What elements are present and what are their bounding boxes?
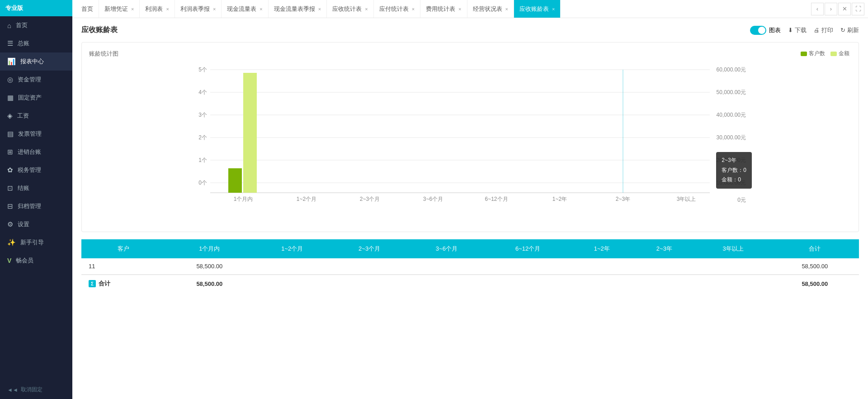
- sidebar-item-reports[interactable]: 📊 报表中心: [0, 52, 72, 71]
- tab-ar-stats-close[interactable]: ×: [365, 6, 368, 12]
- tab-bar: 首页 新增凭证 × 利润表 × 利润表季报 × 现金流量表 × 现金流量表季报 …: [72, 0, 868, 18]
- sidebar-item-label: 归档管理: [18, 202, 41, 210]
- footer-month1-2: [254, 275, 331, 292]
- chart-legend: 客户数 金额: [801, 50, 849, 57]
- sidebar-item-closing[interactable]: ⊡ 结账: [0, 179, 72, 197]
- tax-icon: ✿: [7, 166, 13, 174]
- tab-ar-aging[interactable]: 应收账龄表 ×: [514, 0, 561, 18]
- svg-text:1个月内: 1个月内: [234, 196, 253, 202]
- tab-cashflow-quarterly[interactable]: 现金流量表季报 ×: [269, 0, 327, 18]
- footer-year2-3: [633, 275, 695, 292]
- svg-text:30,000.00元: 30,000.00元: [717, 134, 746, 141]
- svg-text:0个: 0个: [198, 180, 207, 186]
- svg-text:20,000.00元: 20,000.00元: [717, 157, 746, 163]
- sidebar-item-assets[interactable]: ▦ 固定资产: [0, 89, 72, 107]
- tab-profit-label: 利润表: [145, 5, 163, 13]
- sidebar: 专业版 ⌂ 首页 ☰ 总账 📊 报表中心 ◎ 资金管理 ▦ 固定资产 ◈ 工资 …: [0, 0, 72, 399]
- tab-profit-quarterly[interactable]: 利润表季报 ×: [175, 0, 222, 18]
- svg-text:4个: 4个: [198, 89, 207, 95]
- row-year2-3: [633, 258, 695, 275]
- download-icon: ⬇: [788, 27, 793, 33]
- refresh-label: 刷新: [847, 26, 859, 34]
- chart-title: 账龄统计图: [89, 50, 851, 58]
- sidebar-item-label: 报表中心: [20, 57, 44, 66]
- page-actions: 图表 ⬇ 下载 🖨 打印 ↻ 刷新: [750, 26, 859, 35]
- tab-profit-quarterly-label: 利润表季报: [180, 5, 210, 13]
- tab-expense-stats[interactable]: 费用统计表 ×: [420, 0, 467, 18]
- download-btn[interactable]: ⬇ 下载: [788, 26, 807, 34]
- sidebar-item-funds[interactable]: ◎ 资金管理: [0, 71, 72, 89]
- sidebar-item-label: 新手引导: [20, 238, 44, 247]
- sidebar-item-label: 设置: [18, 220, 29, 228]
- archive-icon: ⊟: [7, 202, 13, 210]
- svg-text:3个: 3个: [198, 112, 207, 118]
- row-year1-2: [571, 258, 633, 275]
- tab-cashflow[interactable]: 现金流量表 ×: [222, 0, 268, 18]
- tab-ar-stats[interactable]: 应收统计表 ×: [327, 0, 373, 18]
- tab-voucher-close[interactable]: ×: [131, 6, 134, 12]
- toggle-knob[interactable]: [750, 26, 766, 35]
- svg-text:3~6个月: 3~6个月: [423, 196, 443, 202]
- tab-home-label: 首页: [81, 5, 93, 13]
- sidebar-item-label: 进销台账: [18, 148, 41, 156]
- page-content: 应收账龄表 图表 ⬇ 下载 🖨 打印 ↻: [72, 18, 868, 399]
- tab-ar-aging-close[interactable]: ×: [552, 6, 555, 12]
- tab-scroll-right[interactable]: ›: [825, 3, 837, 15]
- tab-cashflow-label: 现金流量表: [227, 5, 256, 13]
- tab-cashflow-quarterly-close[interactable]: ×: [318, 6, 321, 12]
- tab-expense-stats-close[interactable]: ×: [458, 6, 461, 12]
- tab-scroll-left[interactable]: ‹: [811, 3, 824, 15]
- footer-month2-3: [331, 275, 408, 292]
- sidebar-item-vip[interactable]: V 畅会员: [0, 252, 72, 270]
- tab-home[interactable]: 首页: [76, 0, 99, 18]
- sidebar-item-home[interactable]: ⌂ 首页: [0, 16, 72, 34]
- col-month1: 1个月内: [165, 239, 254, 258]
- tab-ap-stats[interactable]: 应付统计表 ×: [374, 0, 420, 18]
- svg-text:40,000.00元: 40,000.00元: [717, 112, 746, 118]
- tab-ar-aging-label: 应收账龄表: [519, 5, 549, 13]
- chart-toggle[interactable]: 图表: [750, 26, 781, 35]
- invoice-icon: ▤: [7, 130, 14, 138]
- sidebar-item-label: 畅会员: [16, 256, 33, 265]
- table-header-row: 客户 1个月内 1~2个月 2~3个月 3~6个月 6~12个月 1~2年 2~…: [81, 239, 859, 258]
- refresh-btn[interactable]: ↻ 刷新: [840, 26, 859, 34]
- sidebar-item-guide[interactable]: ✨ 新手引导: [0, 233, 72, 252]
- sidebar-item-salary[interactable]: ◈ 工资: [0, 107, 72, 125]
- tab-cashflow-quarterly-label: 现金流量表季报: [274, 5, 315, 13]
- sidebar-item-label: 固定资产: [18, 94, 42, 102]
- tab-ap-stats-close[interactable]: ×: [412, 6, 415, 12]
- sidebar-item-invoice[interactable]: ▤ 发票管理: [0, 125, 72, 143]
- row-month1: 58,500.00: [165, 258, 254, 275]
- svg-text:5个: 5个: [198, 66, 207, 73]
- print-btn[interactable]: 🖨 打印: [814, 26, 833, 34]
- tab-cashflow-close[interactable]: ×: [259, 6, 262, 12]
- tab-close-all[interactable]: ✕: [838, 3, 851, 15]
- page-title: 应收账龄表: [81, 25, 750, 35]
- sidebar-item-label: 发票管理: [18, 130, 42, 138]
- sidebar-collapse-btn[interactable]: ◄◄ 取消固定: [0, 380, 72, 399]
- tab-profit-close[interactable]: ×: [166, 6, 169, 12]
- footer-month1: 58,500.00: [165, 275, 254, 292]
- settings-icon: ⚙: [7, 220, 13, 228]
- footer-month3-6: [408, 275, 485, 292]
- svg-text:6~12个月: 6~12个月: [485, 196, 508, 202]
- sidebar-item-archive[interactable]: ⊟ 归档管理: [0, 197, 72, 215]
- col-year3plus: 3年以上: [695, 239, 770, 258]
- page-header: 应收账龄表 图表 ⬇ 下载 🖨 打印 ↻: [81, 25, 859, 35]
- app-logo: 专业版: [0, 0, 72, 16]
- tab-voucher[interactable]: 新增凭证 ×: [99, 0, 140, 18]
- tab-profit[interactable]: 利润表 ×: [140, 0, 175, 18]
- svg-text:2~3个月: 2~3个月: [360, 196, 380, 202]
- tab-operations[interactable]: 经营状况表 ×: [467, 0, 514, 18]
- sidebar-item-settings[interactable]: ⚙ 设置: [0, 215, 72, 233]
- tab-maximize[interactable]: ⛶: [852, 3, 864, 15]
- footer-month6-12: [485, 275, 571, 292]
- sidebar-item-ledger[interactable]: ☰ 总账: [0, 34, 72, 52]
- print-label: 打印: [821, 26, 833, 34]
- sidebar-item-tax[interactable]: ✿ 税务管理: [0, 161, 72, 179]
- tab-operations-close[interactable]: ×: [505, 6, 508, 12]
- tab-profit-quarterly-close[interactable]: ×: [213, 6, 216, 12]
- sidebar-item-inventory[interactable]: ⊞ 进销台账: [0, 143, 72, 161]
- sidebar-item-label: 工资: [17, 112, 29, 120]
- bar-c1-amount: [243, 73, 257, 193]
